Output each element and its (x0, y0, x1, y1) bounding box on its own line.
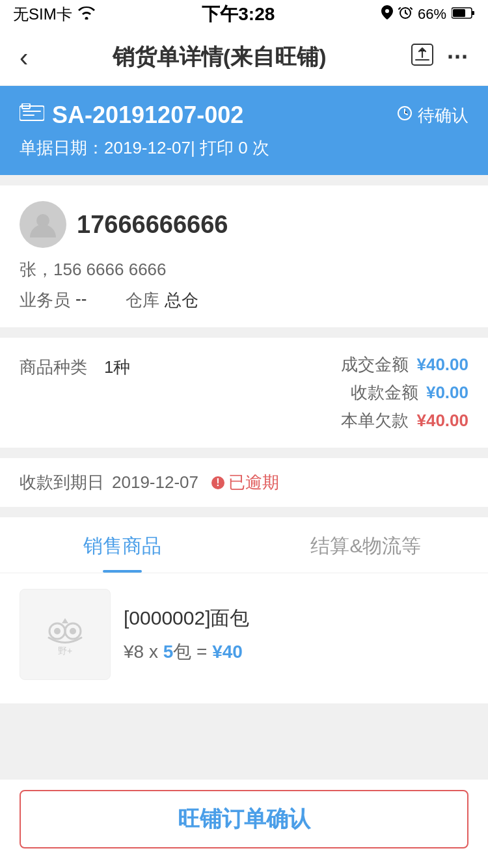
order-icon (20, 102, 44, 129)
product-total: ¥40 (212, 642, 243, 662)
export-icon[interactable] (411, 43, 434, 71)
svg-point-11 (54, 628, 61, 634)
status-right: 66% (381, 5, 475, 23)
order-id: SA-20191207-002 (20, 102, 243, 129)
customer-card: 17666666666 张，156 6666 6666 业务员 -- 仓库 总仓 (0, 185, 488, 327)
svg-text:野+: 野+ (58, 645, 72, 656)
tabs-bar: 销售商品 结算&物流等 (0, 517, 488, 573)
customer-info: 张，156 6666 6666 (20, 258, 468, 281)
overdue-text: 已逾期 (228, 471, 279, 494)
confirm-order-button[interactable]: 旺铺订单确认 (20, 790, 468, 848)
product-thumbnail: 野+ (20, 589, 111, 680)
warehouse-value: 总仓 (165, 289, 198, 312)
status-time: 下午3:28 (202, 2, 275, 27)
due-date-value: 2019-12-07 (112, 472, 198, 493)
order-status: 待确认 (397, 104, 468, 127)
battery-percentage: 66% (418, 6, 446, 23)
product-section: 野+ [0000002]面包 ¥8 x 5包 = ¥40 (0, 573, 488, 703)
due-date-card: 收款到期日 2019-12-07 ! 已逾期 (0, 458, 488, 507)
summary-card: 商品种类 1种 成交金额 ¥40.00 收款金额 ¥0.00 本单欠款 ¥40.… (0, 338, 488, 448)
bottom-bar: 旺铺订单确认 (0, 779, 488, 868)
avatar (20, 201, 66, 248)
back-button[interactable]: ‹ (20, 44, 28, 70)
product-quantity: 5 (163, 642, 174, 662)
amount-section: 成交金额 ¥40.00 收款金额 ¥0.00 本单欠款 ¥40.00 (341, 353, 468, 432)
clock-icon (397, 105, 413, 126)
alarm-icon (398, 5, 413, 23)
product-item: 野+ [0000002]面包 ¥8 x 5包 = ¥40 (0, 573, 488, 696)
salesperson-value: -- (75, 289, 87, 312)
product-info: [0000002]面包 ¥8 x 5包 = ¥40 (124, 605, 468, 664)
product-name: [0000002]面包 (124, 605, 468, 632)
status-left: 无SIM卡 (13, 4, 96, 25)
customer-meta: 业务员 -- 仓库 总仓 (20, 289, 468, 312)
overdue-badge: ! 已逾期 (211, 471, 279, 494)
order-date-row: 单据日期：2019-12-07| 打印 0 次 (20, 137, 468, 159)
salesperson-label: 业务员 (20, 289, 70, 312)
status-bar: 无SIM卡 下午3:28 66% (0, 0, 488, 29)
warehouse-label: 仓库 (126, 289, 159, 312)
product-price: ¥8 x 5包 = ¥40 (124, 640, 468, 664)
tab-settlement[interactable]: 结算&物流等 (244, 517, 488, 573)
overdue-icon: ! (211, 476, 224, 489)
battery-icon (452, 6, 475, 23)
customer-phone: 17666666666 (77, 211, 228, 239)
deal-amount-value: ¥40.00 (416, 355, 468, 375)
order-header: SA-20191207-002 待确认 单据日期：2019-12-07| 打印 … (0, 86, 488, 175)
due-amount-label: 本单欠款 (341, 409, 409, 432)
nav-bar: ‹ 销货单详情(来自旺铺) ··· (0, 29, 488, 86)
svg-rect-3 (453, 9, 465, 17)
nav-actions: ··· (411, 43, 468, 71)
due-date-label: 收款到期日 (20, 471, 104, 494)
svg-point-12 (70, 628, 76, 634)
deal-amount-label: 成交金额 (341, 353, 409, 376)
due-amount-value: ¥40.00 (416, 411, 468, 431)
page-title: 销货单详情(来自旺铺) (28, 42, 411, 72)
location-icon (381, 5, 393, 23)
wifi-icon (77, 5, 96, 23)
received-amount-value: ¥0.00 (426, 383, 468, 403)
svg-rect-2 (472, 11, 474, 15)
received-amount-label: 收款金额 (351, 381, 418, 404)
tab-products[interactable]: 销售商品 (0, 517, 244, 573)
carrier-label: 无SIM卡 (13, 4, 72, 25)
more-icon[interactable]: ··· (447, 44, 468, 71)
goods-type-section: 商品种类 1种 (20, 353, 130, 379)
